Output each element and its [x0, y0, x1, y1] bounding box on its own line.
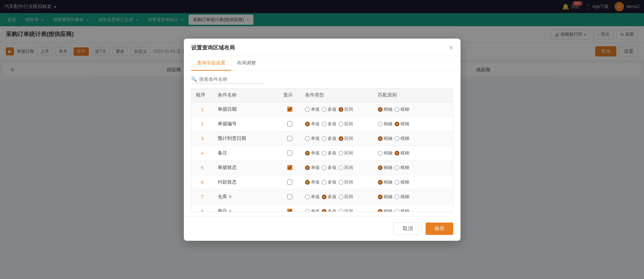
tab-query-field-settings[interactable]: 查询字段设置: [191, 56, 231, 71]
dialog-header: 设置查询区域布局 ×: [184, 39, 461, 56]
dialog-close-button[interactable]: ×: [449, 44, 453, 55]
dialog-title: 设置查询区域布局: [191, 44, 235, 56]
search-wrap: 🔍: [191, 75, 264, 80]
search-input[interactable]: [199, 76, 257, 80]
dialog-tabs: 查询字段设置 布局调整: [184, 56, 461, 71]
search-icon: 🔍: [191, 76, 197, 80]
modal-overlay: 设置查询区域布局 × 查询字段设置 布局调整 🔍 顺序 条件名称 显示 条件类型…: [0, 0, 644, 80]
tab-layout-adjust[interactable]: 布局调整: [231, 56, 262, 71]
dialog-container: 设置查询区域布局 × 查询字段设置 布局调整 🔍 顺序 条件名称 显示 条件类型…: [184, 39, 461, 80]
dialog-search-area: 🔍: [184, 71, 461, 80]
